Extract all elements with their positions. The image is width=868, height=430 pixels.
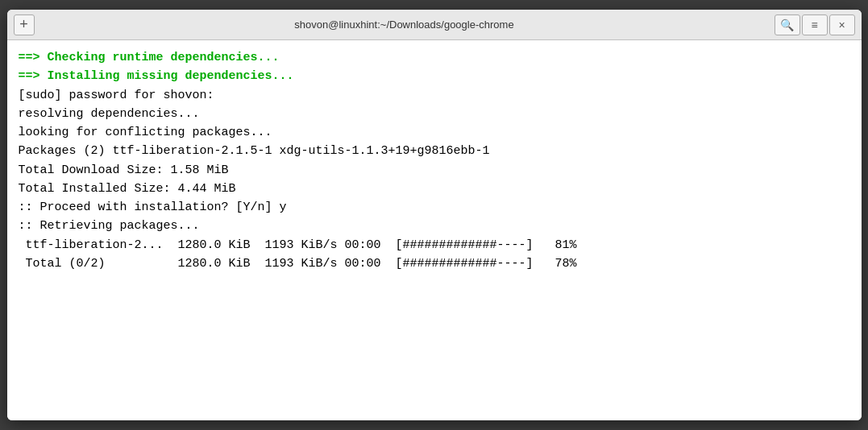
terminal-line: Total Installed Size: 4.44 MiB — [19, 180, 850, 198]
terminal-line: :: Proceed with installation? [Y/n] y — [19, 198, 850, 217]
plus-icon: + — [19, 16, 28, 33]
terminal-line: looking for conflicting packages... — [19, 123, 850, 142]
terminal-line: Packages (2) ttf-liberation-2.1.5-1 xdg-… — [19, 142, 850, 160]
new-tab-button[interactable]: + — [14, 14, 35, 35]
terminal-line: Total (0/2) 1280.0 KiB 1193 KiB/s 00:00 … — [19, 254, 850, 273]
close-icon: × — [838, 19, 845, 31]
close-button[interactable]: × — [829, 14, 855, 35]
menu-icon: ≡ — [811, 19, 817, 31]
terminal-output[interactable]: ==> Checking runtime dependencies...==> … — [7, 40, 862, 420]
terminal-line: :: Retrieving packages... — [19, 217, 850, 235]
titlebar: + shovon@linuxhint:~/Downloads/google-ch… — [7, 10, 862, 40]
terminal-window: + shovon@linuxhint:~/Downloads/google-ch… — [7, 10, 862, 420]
menu-button[interactable]: ≡ — [802, 14, 828, 35]
terminal-line: [sudo] password for shovon: — [19, 86, 850, 105]
search-button[interactable]: 🔍 — [775, 14, 800, 35]
window-title: shovon@linuxhint:~/Downloads/google-chro… — [35, 19, 775, 31]
window-controls: 🔍 ≡ × — [775, 14, 855, 35]
search-icon: 🔍 — [780, 19, 794, 31]
terminal-line: ==> Checking runtime dependencies... — [19, 48, 850, 67]
terminal-line: resolving dependencies... — [19, 105, 850, 123]
terminal-line: ttf-liberation-2... 1280.0 KiB 1193 KiB/… — [19, 236, 850, 254]
terminal-line: Total Download Size: 1.58 MiB — [19, 161, 850, 180]
terminal-line: ==> Installing missing dependencies... — [19, 67, 850, 85]
